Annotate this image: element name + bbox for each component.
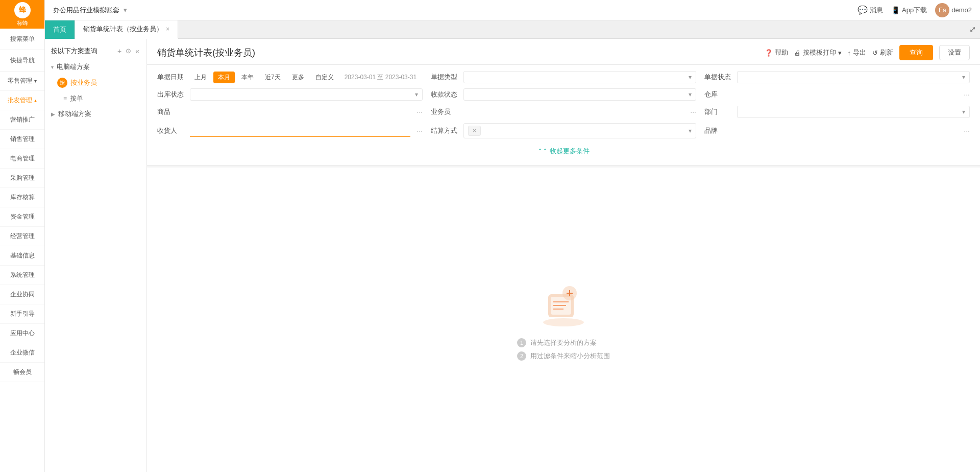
help-label: 帮助 — [775, 48, 788, 57]
topbar: 办公用品行业模拟账套 ▾ 💬 消息 📱 App下载 Ea demo2 — [45, 0, 980, 20]
mobile-scheme-title[interactable]: ▶ 移动端方案 — [45, 106, 146, 122]
collapse-icon: ⌃⌃ — [537, 148, 548, 155]
tab-close-icon[interactable]: × — [166, 26, 169, 33]
sidebar-item-operation[interactable]: 经营管理 — [0, 227, 44, 246]
export-icon: ↑ — [848, 49, 851, 57]
sidebar-item-marketing[interactable]: 营销推广 — [0, 110, 44, 130]
export-button[interactable]: ↑ 导出 — [848, 48, 867, 57]
main-area: 办公用品行业模拟账套 ▾ 💬 消息 📱 App下载 Ea demo2 首页 — [45, 0, 980, 472]
search-menu-label[interactable]: 搜索菜单 — [0, 33, 44, 45]
staff-dots[interactable]: ··· — [690, 108, 696, 116]
warehouse-filter: 仓库 ··· — [704, 88, 970, 101]
sidebar-item-basic[interactable]: 基础信息 — [0, 246, 44, 266]
setting-button[interactable]: 设置 — [939, 45, 970, 60]
sidebar-item-wholesale[interactable]: 批发管理 ▴ — [0, 91, 44, 110]
sidebar-item-ecommerce[interactable]: 电商管理 — [0, 149, 44, 169]
sidebar-item-member[interactable]: 畅会员 — [0, 363, 44, 382]
empty-tip-2: 2 用过滤条件来缩小分析范围 — [517, 351, 610, 361]
query-button[interactable]: 查询 — [899, 45, 933, 60]
receipt-status-select[interactable]: ▾ — [463, 88, 696, 101]
sidebar-logo[interactable]: 蜂 标蜂 — [0, 0, 45, 29]
consignee-input[interactable] — [190, 125, 410, 137]
add-scheme-icon[interactable]: + — [116, 46, 122, 56]
sidebar-quicknav-section: 快捷导航 — [0, 50, 44, 72]
app-download-button[interactable]: 📱 App下载 — [891, 6, 927, 15]
collapse-label: 收起更多条件 — [550, 147, 590, 156]
department-select[interactable]: ▾ — [737, 106, 970, 118]
logo-text: 标蜂 — [17, 19, 28, 27]
collapse-button[interactable]: ⌃⌃ 收起更多条件 — [157, 144, 970, 159]
more-btn[interactable]: 更多 — [287, 72, 309, 83]
settlement-select[interactable]: × ▾ — [463, 123, 696, 138]
this-year-btn[interactable]: 本年 — [237, 72, 258, 83]
maximize-icon[interactable]: ⤢ — [965, 25, 980, 34]
mobile-scheme-group: ▶ 移动端方案 — [45, 106, 146, 122]
print-dropdown-icon[interactable]: ▾ — [838, 49, 842, 57]
tip-1-text: 请先选择要分析的方案 — [530, 338, 597, 347]
tab-home[interactable]: 首页 — [45, 20, 75, 39]
left-panel-header: 按以下方案查询 + ⊙ « — [45, 43, 146, 59]
print-label: 按模板打印 — [803, 48, 836, 57]
edit-scheme-icon[interactable]: ⊙ — [125, 46, 132, 56]
tab-sales-report[interactable]: 销货单统计表（按业务员） × — [75, 20, 178, 39]
settlement-arrow-icon: ▾ — [689, 127, 692, 134]
right-panel: 销货单统计表(按业务员) ❓ 帮助 🖨 按模板打印 ▾ ↑ 导出 — [147, 39, 980, 472]
wholesale-arrow-icon: ▴ — [34, 98, 37, 103]
receipt-status-arrow-icon: ▾ — [689, 91, 692, 98]
sidebar-item-newbie[interactable]: 新手引导 — [0, 304, 44, 324]
message-button[interactable]: 💬 消息 — [857, 5, 883, 15]
message-label: 消息 — [870, 6, 883, 15]
brand-dots[interactable]: ··· — [964, 127, 970, 135]
topbar-right: 💬 消息 📱 App下载 Ea demo2 — [857, 3, 972, 17]
sidebar-item-enterprise[interactable]: 企业协同 — [0, 285, 44, 304]
tip-2-text: 用过滤条件来缩小分析范围 — [530, 351, 610, 361]
doc-type-select[interactable]: ▾ — [463, 71, 696, 83]
brand-label: 品牌 — [704, 126, 733, 135]
product-filter: 商品 ··· — [157, 106, 423, 118]
refresh-label: 刷新 — [880, 48, 893, 57]
scheme-header-icons: + ⊙ « — [116, 46, 140, 56]
sidebar-item-purchase[interactable]: 采购管理 — [0, 169, 44, 188]
doc-status-select[interactable]: ▾ — [737, 71, 970, 83]
settlement-tag-close[interactable]: × — [473, 127, 476, 134]
collapse-panel-icon[interactable]: « — [134, 46, 140, 56]
desktop-scheme-title[interactable]: ▾ 电脑端方案 — [45, 59, 146, 75]
sidebar-item-sales[interactable]: 销售管理 — [0, 130, 44, 149]
sidebar-item-wechat[interactable]: 企业微信 — [0, 343, 44, 363]
sidebar-item-inventory[interactable]: 库存核算 — [0, 188, 44, 207]
last-month-btn[interactable]: 上月 — [190, 72, 211, 83]
product-dots[interactable]: ··· — [416, 108, 423, 116]
print-button[interactable]: 🖨 按模板打印 ▾ — [794, 48, 842, 57]
sidebar-item-system[interactable]: 系统管理 — [0, 266, 44, 285]
quick-nav-label[interactable]: 快捷导航 — [0, 54, 44, 67]
last-7-days-btn[interactable]: 近7天 — [260, 72, 285, 83]
user-area[interactable]: Ea demo2 — [935, 3, 972, 17]
mobile-icon: 📱 — [891, 6, 900, 14]
empty-state: 1 请先选择要分析的方案 2 用过滤条件来缩小分析范围 — [147, 168, 980, 472]
mobile-scheme-label: 移动端方案 — [58, 109, 91, 119]
consignee-dots[interactable]: ··· — [416, 127, 423, 135]
desktop-expand-icon: ▾ — [51, 64, 54, 70]
warehouse-dots[interactable]: ··· — [964, 90, 970, 99]
refresh-icon: ↺ — [872, 49, 878, 57]
sidebar-item-retail[interactable]: 零售管理 ▾ — [0, 72, 44, 91]
refresh-button[interactable]: ↺ 刷新 — [872, 48, 893, 57]
consignee-label: 收货人 — [157, 126, 186, 135]
help-button[interactable]: ❓ 帮助 — [765, 48, 788, 57]
page-title: 销货单统计表(按业务员) — [157, 46, 255, 59]
scheme-by-staff[interactable]: 按 按业务员 — [45, 75, 146, 91]
this-month-btn[interactable]: 本月 — [213, 72, 235, 83]
out-status-select[interactable]: ▾ — [190, 88, 423, 101]
doc-status-filter: 单据状态 ▾ — [704, 71, 970, 83]
department-arrow-icon: ▾ — [962, 108, 965, 115]
topbar-dropdown-icon[interactable]: ▾ — [124, 6, 127, 14]
staff-label: 业务员 — [431, 107, 459, 116]
out-status-arrow-icon: ▾ — [415, 91, 418, 98]
tip-num-2: 2 — [517, 351, 526, 361]
custom-btn[interactable]: 自定义 — [311, 72, 338, 83]
sidebar-item-finance[interactable]: 资金管理 — [0, 207, 44, 227]
sidebar-item-app[interactable]: 应用中心 — [0, 324, 44, 343]
scheme-by-order[interactable]: ≡ 按单 — [45, 91, 146, 106]
user-name: demo2 — [951, 6, 972, 14]
tabbar: 首页 销货单统计表（按业务员） × ⤢ — [45, 20, 980, 39]
